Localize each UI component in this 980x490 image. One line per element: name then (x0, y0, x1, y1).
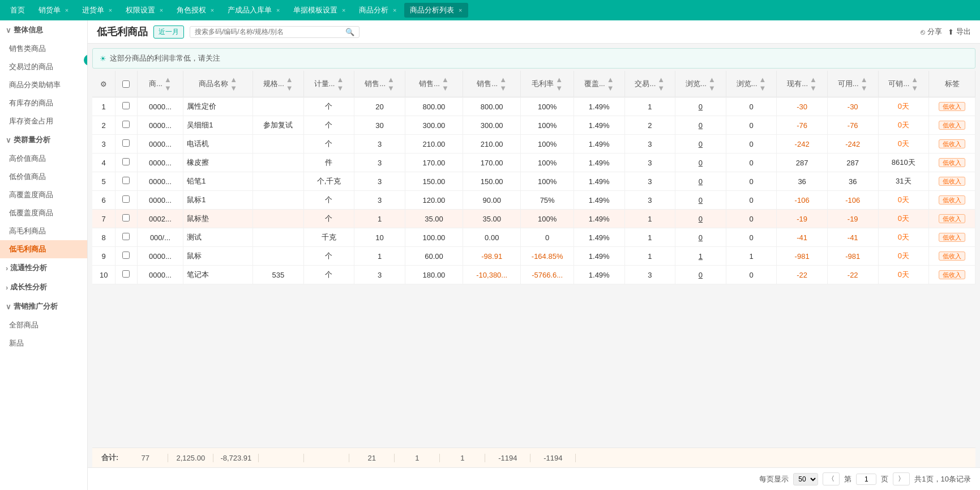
sidebar-section-circulation[interactable]: › 流通性分析 (0, 258, 87, 278)
close-icon[interactable]: × (65, 7, 69, 14)
cell-checkbox[interactable] (115, 247, 137, 266)
th-sale-amount[interactable]: 销售... ▲▼ (463, 71, 521, 97)
close-icon[interactable]: × (342, 7, 345, 14)
cell-browse1[interactable]: 0 (675, 97, 726, 116)
next-page-button[interactable]: 〉 (893, 472, 910, 485)
nav-product-analysis-list[interactable]: 商品分析列表 × (404, 3, 468, 18)
cell-checkbox[interactable] (115, 210, 137, 228)
page-input[interactable] (856, 474, 876, 485)
select-all-checkbox[interactable] (122, 80, 130, 88)
row-checkbox[interactable] (122, 214, 130, 221)
search-icon[interactable]: 🔍 (345, 28, 354, 36)
nav-product-entry[interactable]: 产成品入库单 × (222, 3, 285, 18)
sidebar-item-inventory-products[interactable]: 有库存的商品 (0, 94, 87, 112)
th-browse2[interactable]: 浏览... ▲▼ (726, 71, 777, 97)
cell-checkbox[interactable] (115, 266, 137, 284)
sidebar-item-low-coverage[interactable]: 低覆盖度商品 (0, 204, 87, 222)
th-coverage[interactable]: 覆盖... ▲▼ (574, 71, 624, 97)
nav-role[interactable]: 角色授权 × (171, 3, 220, 18)
table-row[interactable]: 2 0000... 吴细细1 参加复试 个 30 300.00 300.00 1… (92, 116, 975, 135)
period-button[interactable]: 近一月 (153, 25, 184, 39)
sidebar-item-sales-products[interactable]: 销售类商品 (0, 40, 87, 58)
row-checkbox[interactable] (122, 195, 130, 203)
sidebar-item-inventory-capital[interactable]: 库存资金占用 (0, 112, 87, 130)
sidebar-item-high-coverage[interactable]: 高覆盖度商品 (0, 186, 87, 204)
cell-checkbox[interactable] (115, 172, 137, 191)
close-icon[interactable]: × (109, 7, 112, 14)
sidebar-section-growth[interactable]: › 成长性分析 (0, 278, 87, 297)
th-sale-price[interactable]: 销售... ▲▼ (405, 71, 463, 97)
cell-checkbox[interactable] (115, 154, 137, 172)
row-checkbox[interactable] (122, 121, 130, 128)
sidebar-item-category-rate[interactable]: 商品分类助销率 (0, 76, 87, 94)
per-page-select[interactable]: 50 (793, 473, 818, 485)
table-row[interactable]: 3 0000... 电话机 个 3 210.00 210.00 100% 1.4… (92, 135, 975, 154)
prev-page-button[interactable]: 〈 (823, 472, 840, 485)
th-sale-qty[interactable]: 销售... ▲▼ (354, 71, 405, 97)
cell-browse1[interactable]: 0 (675, 228, 726, 247)
row-checkbox[interactable] (122, 139, 130, 147)
th-spec[interactable]: 规格... ▲▼ (253, 71, 304, 97)
close-icon[interactable]: × (393, 7, 396, 14)
row-checkbox[interactable] (122, 233, 130, 240)
nav-product-analysis[interactable]: 商品分析 × (353, 3, 402, 18)
row-checkbox[interactable] (122, 252, 130, 259)
table-row[interactable]: 1 0000... 属性定价 个 20 800.00 800.00 100% 1… (92, 97, 975, 116)
th-browse1[interactable]: 浏览... ▲▼ (675, 71, 726, 97)
cell-checkbox[interactable] (115, 97, 137, 116)
cell-checkbox[interactable] (115, 116, 137, 135)
cell-browse1[interactable]: 0 (675, 210, 726, 228)
search-input[interactable] (195, 28, 345, 36)
cell-browse1[interactable]: 0 (675, 191, 726, 210)
th-settings[interactable]: ⚙ (92, 71, 115, 97)
nav-permission[interactable]: 权限设置 × (120, 3, 169, 18)
table-row[interactable]: 5 0000... 铅笔1 个,千克 3 150.00 150.00 100% … (92, 172, 975, 191)
cell-checkbox[interactable] (115, 135, 137, 154)
nav-purchase[interactable]: 进货单 × (76, 3, 118, 18)
th-checkbox[interactable] (115, 71, 137, 97)
th-available[interactable]: 可用... ▲▼ (827, 71, 878, 97)
sidebar-item-new-products[interactable]: 新品 (0, 334, 87, 352)
sidebar-item-low-value[interactable]: 低价值商品 (0, 168, 87, 186)
th-unit[interactable]: 计量... ▲▼ (303, 71, 354, 97)
cell-browse1[interactable]: 0 (675, 135, 726, 154)
cell-browse1[interactable]: 0 (675, 172, 726, 191)
cell-browse1[interactable]: 0 (675, 154, 726, 172)
share-button[interactable]: ⎋ 分享 (921, 27, 942, 37)
th-transaction[interactable]: 交易... ▲▼ (624, 71, 675, 97)
th-current-stock[interactable]: 现有... ▲▼ (777, 71, 828, 97)
table-row[interactable]: 9 0000... 鼠标 个 1 60.00 -98.91 -164.85% 1… (92, 247, 975, 266)
sidebar-item-high-margin[interactable]: 高毛利商品 (0, 222, 87, 240)
table-row[interactable]: 7 0002... 鼠标垫 个 1 35.00 35.00 100% 1.49%… (92, 210, 975, 228)
row-checkbox[interactable] (122, 177, 130, 184)
th-sellable[interactable]: 可销... ▲▼ (878, 71, 929, 97)
th-name[interactable]: 商品名称 ▲▼ (183, 71, 253, 97)
cell-browse1[interactable]: 0 (675, 266, 726, 284)
cell-browse1[interactable]: 1 (675, 247, 726, 266)
table-row[interactable]: 10 0000... 笔记本 535 个 3 180.00 -10,380...… (92, 266, 975, 284)
row-checkbox[interactable] (122, 102, 130, 109)
th-gross-margin[interactable]: 毛利率 ▲▼ (521, 71, 574, 97)
cell-checkbox[interactable] (115, 228, 137, 247)
nav-sales[interactable]: 销货单 × (33, 3, 74, 18)
sidebar-item-low-margin[interactable]: 低毛利商品 (0, 240, 87, 258)
cell-browse1[interactable]: 0 (675, 116, 726, 135)
sidebar-item-all-products[interactable]: 全部商品 (0, 316, 87, 334)
nav-template[interactable]: 单据模板设置 × (288, 3, 351, 18)
close-icon[interactable]: × (459, 7, 462, 14)
table-row[interactable]: 4 0000... 橡皮擦 件 3 170.00 170.00 100% 1.4… (92, 154, 975, 172)
sidebar-section-marketing[interactable]: ∨ 营销推广分析 (0, 297, 87, 316)
table-row[interactable]: 6 0000... 鼠标1 个 3 120.00 90.00 75% 1.49%… (92, 191, 975, 210)
close-icon[interactable]: × (160, 7, 163, 14)
th-tag[interactable]: 标签 (929, 71, 975, 97)
sidebar-item-high-value[interactable]: 高价值商品 (0, 150, 87, 168)
table-row[interactable]: 8 000/... 测试 千克 10 100.00 0.00 0 1.49% 1… (92, 228, 975, 247)
close-icon[interactable]: × (276, 7, 280, 14)
cell-checkbox[interactable] (115, 191, 137, 210)
search-box[interactable]: 🔍 (190, 26, 360, 38)
export-button[interactable]: ⬆ 导出 (948, 27, 971, 37)
nav-home[interactable]: 首页 (5, 3, 31, 18)
row-checkbox[interactable] (122, 270, 130, 278)
close-icon[interactable]: × (211, 7, 214, 14)
sidebar-section-overall[interactable]: ∨ 整体信息 (0, 20, 87, 40)
